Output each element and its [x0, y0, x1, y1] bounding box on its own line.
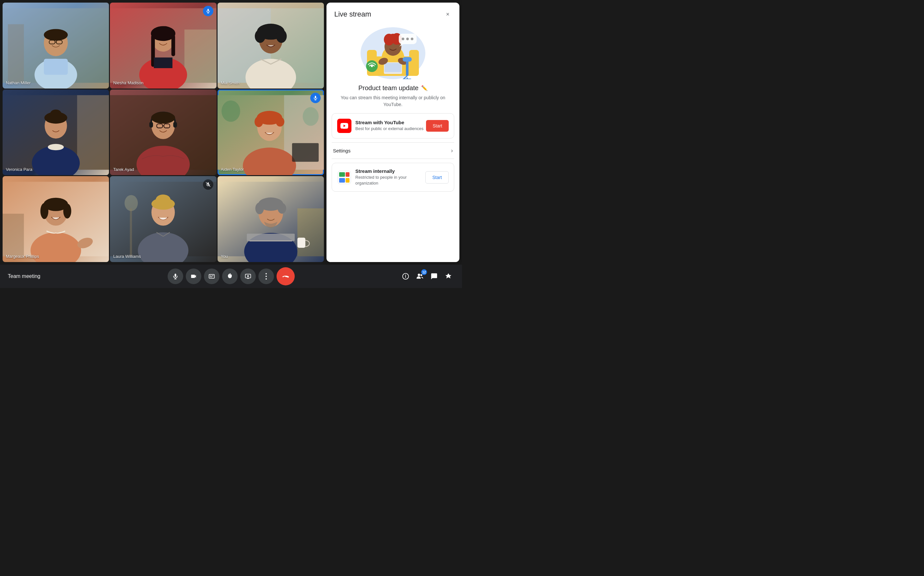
meeting-title-display: Team meeting — [8, 274, 40, 279]
video-tile: Margeaux Phillips — [3, 176, 109, 262]
mic-active-indicator — [203, 6, 213, 16]
svg-point-80 — [255, 203, 263, 214]
svg-point-26 — [255, 29, 265, 43]
video-tile: Niesha Madison — [110, 3, 216, 88]
captions-button[interactable] — [204, 269, 220, 284]
toolbar-secondary-controls: 12 — [389, 270, 454, 282]
panel-title: Live stream — [334, 10, 371, 19]
stream-options-container: Stream with YouTube Best for public or e… — [327, 113, 460, 262]
activities-button[interactable] — [442, 270, 454, 282]
youtube-option-header: Stream with YouTube Best for public or e… — [337, 119, 449, 133]
svg-point-64 — [63, 204, 71, 219]
svg-point-53 — [276, 117, 284, 126]
youtube-option-text: Stream with YouTube Best for public or e… — [355, 120, 423, 132]
camera-button[interactable] — [186, 269, 201, 284]
svg-point-34 — [48, 144, 64, 150]
svg-rect-59 — [3, 214, 24, 256]
live-stream-panel: Live stream × — [327, 3, 460, 262]
participant-name: Tarek Ayad — [113, 167, 134, 172]
participant-name: Veronica Para — [6, 167, 32, 172]
svg-rect-113 — [174, 274, 176, 277]
svg-point-72 — [156, 195, 171, 205]
svg-point-92 — [388, 34, 397, 43]
panel-header: Live stream × — [327, 3, 460, 22]
svg-point-46 — [222, 100, 240, 122]
svg-point-99 — [406, 38, 409, 40]
svg-rect-87 — [409, 50, 419, 76]
youtube-icon — [337, 119, 351, 133]
panel-description: You can stream this meeting internally o… — [327, 93, 460, 113]
svg-rect-110 — [339, 178, 345, 182]
chat-button[interactable] — [428, 270, 440, 282]
mic-active-indicator — [310, 93, 321, 103]
internal-start-button[interactable]: Start — [425, 171, 449, 184]
close-panel-button[interactable]: × — [442, 9, 453, 19]
svg-rect-11 — [185, 29, 216, 83]
internal-option-info: Stream internally Restricted to people i… — [337, 168, 425, 186]
participant-name: Laura Williams — [113, 254, 141, 259]
meeting-title-row: Product team update ✏️ — [327, 82, 460, 93]
internal-option-title: Stream internally — [355, 168, 425, 174]
video-tile: Tarek Ayad — [110, 90, 216, 176]
svg-rect-17 — [154, 58, 172, 68]
settings-row[interactable]: Settings › — [332, 142, 454, 159]
participant-name: Margeaux Phillips — [6, 254, 39, 259]
youtube-stream-card: Stream with YouTube Best for public or e… — [332, 113, 454, 139]
participant-name: Aiden Taylor — [221, 167, 244, 172]
svg-rect-103 — [406, 60, 409, 76]
svg-point-98 — [402, 38, 404, 40]
toolbar-controls — [168, 267, 295, 285]
svg-rect-42 — [150, 122, 153, 128]
edit-title-button[interactable]: ✏️ — [421, 85, 428, 91]
present-button[interactable] — [240, 269, 256, 284]
svg-rect-84 — [297, 238, 305, 248]
svg-point-81 — [278, 203, 286, 214]
svg-point-44 — [152, 112, 176, 123]
people-button[interactable]: 12 — [414, 270, 426, 282]
video-tile: Nathan Miller — [3, 3, 109, 88]
participant-name: Niesha Madison — [113, 80, 143, 85]
panel-illustration — [327, 22, 460, 82]
video-tile: Laura Williams — [110, 176, 216, 262]
more-options-button[interactable] — [259, 269, 274, 284]
svg-rect-16 — [171, 35, 175, 56]
settings-label: Settings — [333, 148, 351, 154]
svg-rect-55 — [315, 96, 316, 98]
svg-point-52 — [254, 117, 263, 127]
svg-point-125 — [265, 276, 267, 277]
svg-point-123 — [247, 275, 249, 277]
svg-rect-18 — [207, 9, 209, 11]
toolbar: Team meeting — [0, 265, 462, 288]
participant-name: You — [221, 254, 228, 259]
svg-rect-109 — [339, 172, 345, 177]
svg-rect-9 — [44, 59, 68, 75]
youtube-start-button[interactable]: Start — [426, 120, 449, 132]
mic-muted-indicator — [203, 179, 213, 190]
raise-hand-button[interactable] — [222, 269, 238, 284]
svg-rect-29 — [77, 95, 109, 170]
video-tile-self: You — [217, 176, 324, 262]
svg-point-124 — [265, 273, 267, 274]
svg-rect-116 — [209, 274, 214, 278]
youtube-option-subtitle: Best for public or external audiences — [355, 126, 423, 132]
mic-button[interactable] — [168, 269, 183, 284]
svg-rect-104 — [403, 57, 412, 62]
youtube-option-info: Stream with YouTube Best for public or e… — [337, 119, 426, 133]
participant-name: Mia Smith — [221, 80, 239, 85]
meet-icon — [337, 170, 351, 184]
svg-rect-68 — [130, 208, 132, 256]
internal-option-header: Stream internally Restricted to people i… — [337, 168, 449, 186]
svg-point-63 — [40, 203, 49, 219]
end-call-button[interactable] — [276, 267, 295, 285]
svg-rect-94 — [385, 63, 401, 72]
participant-name: Nathan Miller — [6, 80, 31, 85]
svg-point-27 — [276, 29, 287, 43]
svg-point-102 — [371, 65, 373, 67]
svg-rect-83 — [247, 234, 295, 241]
svg-rect-43 — [174, 122, 177, 128]
svg-rect-111 — [346, 172, 349, 177]
info-button[interactable] — [400, 270, 412, 282]
svg-point-8 — [44, 29, 68, 40]
svg-point-130 — [418, 274, 420, 276]
video-tile-active: Aiden Taylor — [217, 90, 324, 176]
